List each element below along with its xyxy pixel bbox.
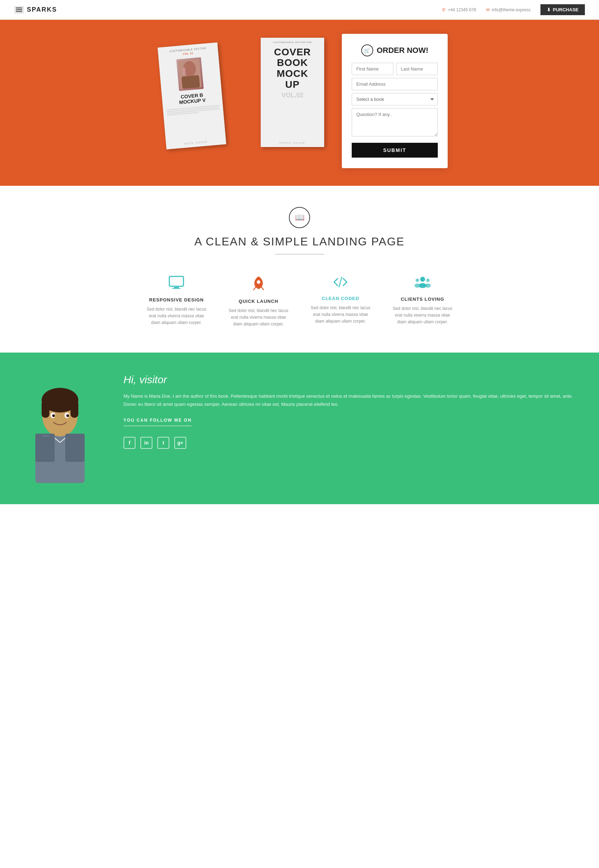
rocket-icon — [226, 276, 291, 294]
feature-responsive-title: RESPONSIVE DESIGN — [144, 297, 209, 302]
feature-responsive: RESPONSIVE DESIGN Sed dolor nisl, blandi… — [141, 272, 212, 331]
book-back-footer: BACK COVER — [185, 140, 208, 145]
logo-text: SPARKS — [27, 6, 57, 14]
question-row — [352, 108, 438, 137]
svg-point-16 — [425, 284, 431, 288]
svg-rect-1 — [16, 9, 22, 10]
facebook-icon[interactable]: f — [123, 437, 135, 449]
book-back-vol: VOL 01 — [183, 52, 193, 56]
feature-clients-title: CLIENTS LOVING — [391, 296, 455, 302]
svg-rect-9 — [172, 288, 181, 289]
svg-rect-7 — [169, 276, 184, 286]
section-title: A CLEAN & SIMPLE LANDING PAGE — [14, 235, 585, 248]
section-icon-circle: 📖 — [289, 207, 310, 228]
svg-point-13 — [415, 279, 419, 282]
download-icon: ⬇ — [547, 7, 551, 12]
svg-rect-29 — [65, 434, 85, 462]
email-address: info@theme.express — [492, 8, 531, 12]
book-text-lines — [167, 104, 220, 116]
logo: SPARKS — [14, 6, 57, 14]
book-front-label: CUSTOMIZABLE VECTOR PSD — [273, 41, 312, 44]
twitter-icon[interactable]: t — [157, 437, 169, 449]
book-back-title: COVER BMOCKUP V — [179, 92, 206, 105]
book-back: CUSTOMIZABLE VECTOR VOL 01 COVER BMOCKUP… — [158, 42, 226, 150]
phone-icon: ✆ — [442, 8, 445, 12]
question-textarea[interactable] — [352, 108, 438, 137]
feature-launch: QUICK LAUNCH Sed dolor nisl, blandit nec… — [223, 272, 295, 331]
header: SPARKS ✆ +44 12345 678 ✉ info@theme.expr… — [0, 0, 599, 20]
book-cover-photo — [176, 57, 204, 91]
svg-rect-2 — [16, 11, 22, 12]
book-mockups: CUSTOMIZABLE VECTOR VOL 01 COVER BMOCKUP… — [151, 38, 328, 165]
feature-code-desc: Sed dolor nisl, blandit nec lacus erat n… — [308, 305, 373, 325]
order-title: 🛒 ORDER NOW! — [352, 44, 438, 56]
feature-launch-title: QUICK LAUNCH — [226, 299, 291, 304]
phone-contact: ✆ +44 12345 678 — [442, 8, 476, 12]
svg-rect-0 — [16, 8, 22, 9]
svg-point-27 — [66, 414, 69, 417]
email-contact: ✉ info@theme.express — [486, 8, 531, 12]
book-select[interactable]: Select a book Book Volume 1 Book Volume … — [352, 93, 438, 105]
feature-code-title: CLEAN CODED — [308, 296, 373, 301]
svg-point-14 — [414, 284, 420, 288]
follow-section: YOU CAN FOLLOW ME ON f in t g+ — [123, 417, 585, 449]
first-name-input[interactable] — [352, 63, 393, 75]
features-grid: RESPONSIVE DESIGN Sed dolor nisl, blandi… — [141, 272, 458, 331]
cart-icon: 🛒 — [364, 48, 370, 53]
feature-responsive-desc: Sed dolor nisl, blandit nec lacus erat n… — [144, 306, 209, 326]
email-icon: ✉ — [486, 8, 490, 12]
hero-section: CUSTOMIZABLE VECTOR VOL 01 COVER BMOCKUP… — [0, 20, 599, 186]
name-row — [352, 63, 438, 75]
svg-rect-23 — [71, 400, 78, 418]
book-front-footer: FRONT COVER — [280, 142, 306, 144]
svg-rect-5 — [181, 75, 200, 89]
features-section: 📖 A CLEAN & SIMPLE LANDING PAGE RESPONSI… — [0, 186, 599, 353]
author-greeting: Hi, visitor — [123, 374, 585, 386]
book-front: CUSTOMIZABLE VECTOR PSD COVERBOOKMOCKUP … — [261, 38, 324, 147]
book-front-vol: VOL.02 — [281, 92, 303, 99]
social-icons: f in t g+ — [123, 437, 585, 449]
monitor-icon — [144, 276, 209, 292]
svg-rect-22 — [42, 400, 50, 418]
submit-button[interactable]: SUBMIT — [352, 143, 438, 158]
logo-icon — [14, 6, 24, 14]
feature-clients-desc: Sed dolor nisl, blandit nec lacus erat n… — [391, 305, 455, 326]
svg-point-26 — [52, 414, 55, 417]
feature-launch-desc: Sed dolor nisl, blandit nec lacus erat n… — [226, 308, 291, 328]
section-divider — [275, 254, 324, 255]
author-section: Hi, visitor My Name is Maria Doe. I am t… — [0, 353, 599, 504]
author-bio: My Name is Maria Doe. I am the author of… — [123, 392, 585, 408]
email-row — [352, 78, 438, 90]
author-photo-container — [14, 374, 106, 483]
linkedin-icon[interactable]: in — [140, 437, 152, 449]
cart-icon-circle: 🛒 — [361, 44, 373, 56]
book-section-icon: 📖 — [295, 213, 304, 222]
book-front-title: COVERBOOKMOCKUP — [274, 47, 311, 90]
svg-point-11 — [420, 277, 425, 282]
svg-rect-28 — [35, 434, 55, 462]
header-right: ✆ +44 12345 678 ✉ info@theme.express ⬇ P… — [442, 4, 585, 15]
author-content: Hi, visitor My Name is Maria Doe. I am t… — [123, 374, 585, 449]
author-photo — [14, 374, 106, 483]
svg-rect-30 — [42, 436, 50, 437]
googleplus-icon[interactable]: g+ — [174, 437, 186, 449]
users-icon — [391, 276, 455, 291]
code-icon — [308, 276, 373, 291]
book-back-label: CUSTOMIZABLE VECTOR — [169, 47, 206, 52]
feature-code: CLEAN CODED Sed dolor nisl, blandit nec … — [305, 272, 376, 331]
book-select-row: Select a book Book Volume 1 Book Volume … — [352, 93, 438, 105]
follow-label: YOU CAN FOLLOW ME ON — [123, 418, 191, 426]
svg-point-10 — [257, 280, 260, 284]
purchase-button[interactable]: ⬇ PURCHASE — [540, 4, 585, 15]
last-name-input[interactable] — [396, 63, 438, 75]
email-input[interactable] — [352, 78, 438, 90]
order-form: 🛒 ORDER NOW! Select a book Book Volume 1… — [342, 34, 448, 168]
svg-point-15 — [426, 279, 430, 282]
feature-clients: CLIENTS LOVING Sed dolor nisl, blandit n… — [387, 272, 459, 331]
phone-number: +44 12345 678 — [448, 8, 476, 12]
svg-rect-8 — [174, 287, 179, 288]
